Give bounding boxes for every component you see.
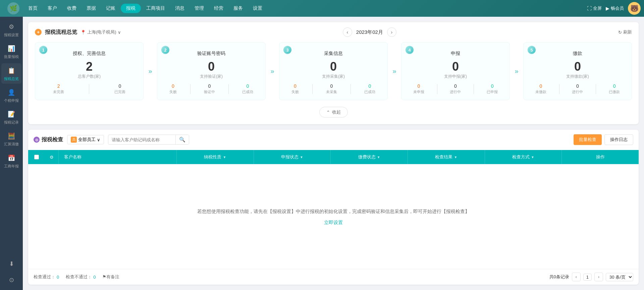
employee-select[interactable]: 员 全部员工 ∨	[67, 135, 104, 144]
batch-check-btn[interactable]: 批量检查	[574, 134, 602, 145]
step-title-3: 采集信息	[285, 48, 382, 57]
tax-record-icon: 📝	[7, 110, 16, 119]
refresh-btn[interactable]: ↻ 刷新	[618, 29, 632, 35]
note-label: ⚑有备注	[102, 274, 119, 280]
current-page: 1	[583, 274, 592, 281]
stat-value-4-2: 0	[491, 83, 494, 89]
location-pin-icon: 📍	[80, 30, 86, 35]
pass-value[interactable]: 0	[57, 275, 59, 280]
step-card-5: 5 缴款 0 支持缴款(家) 0 未缴款 0 进行中	[523, 42, 632, 100]
annual-report-icon: 📅	[7, 153, 16, 163]
stat-label-4-1: 进行中	[450, 89, 461, 94]
prev-month-btn[interactable]: ‹	[343, 27, 352, 37]
logo-icon: 🌿	[7, 2, 19, 14]
search-button[interactable]: 🔍	[175, 135, 189, 144]
sidebar-item-tax-record[interactable]: 📝 报税记录	[1, 107, 21, 127]
operation-log-btn[interactable]: 操作日志	[604, 134, 633, 145]
step-number-1: 1	[39, 46, 47, 54]
sidebar-item-personal-tax[interactable]: 👤 个税申报	[1, 85, 21, 105]
fail-label: 检查不通过：	[66, 274, 92, 280]
th-pay-status[interactable]: 缴费状态 ▼	[330, 150, 408, 164]
th-settings[interactable]: ⚙	[45, 150, 58, 164]
nav-item-message[interactable]: 消息	[170, 3, 189, 13]
stat-item-4-0: 0 未申报	[413, 83, 424, 94]
nav-item-bookkeeping[interactable]: 记账	[101, 3, 120, 13]
per-page-select[interactable]: 30 条/页	[606, 273, 633, 281]
sidebar-item-annual-report[interactable]: 📅 工商年报	[1, 151, 21, 171]
tax-check-card: ◎ 报税检查 员 全部员工 ∨ 🔍 批量检查 操作日志	[28, 130, 639, 285]
sidebar-item-location[interactable]: ⊙	[1, 273, 21, 287]
stat-divider-4-0	[437, 84, 437, 94]
nav-item-settings[interactable]: 设置	[248, 3, 267, 13]
table-container: ⚙ 客户名称 纳税性质 ▼ 申报状态 ▼ 缴费状态 ▼	[28, 150, 639, 285]
stat-divider	[89, 84, 89, 94]
step-subtitle-2: 支持验证(家)	[163, 74, 260, 79]
th-tax-type[interactable]: 纳税性质 ▼	[176, 150, 254, 164]
first-page-btn[interactable]: ‹	[572, 273, 581, 281]
header-checkbox[interactable]	[34, 155, 39, 159]
th-check-result[interactable]: 检查结果 ▼	[408, 150, 485, 164]
filter-icon-4: ▼	[454, 155, 457, 159]
next-page-btn[interactable]: ›	[594, 273, 603, 281]
filter-icon-1: ▼	[223, 155, 226, 159]
nav-item-commerce[interactable]: 工商项目	[142, 3, 170, 13]
nav-item-invoice[interactable]: 票据	[82, 3, 101, 13]
overview-card: + 报税流程总览 📍 上海(电子税局) ∨ ‹ 2023年02月 › ↻	[28, 22, 639, 124]
stat-label-5-1: 进行中	[572, 89, 583, 94]
member-label: 畅会员	[611, 5, 624, 11]
sidebar-item-tax-settings[interactable]: ⚙ 报税设置	[1, 19, 21, 40]
setup-link[interactable]: 立即设置	[324, 220, 343, 226]
step-number-3: 3	[283, 46, 291, 54]
member-btn[interactable]: ▶ 畅会员	[606, 5, 624, 11]
nav-item-home[interactable]: 首页	[23, 3, 42, 13]
step-title-5: 缴款	[529, 48, 626, 57]
refresh-label: 刷新	[623, 29, 632, 35]
stat-divider-5-1	[596, 84, 596, 94]
mascot[interactable]: 🐻	[628, 2, 641, 15]
step-count-4: 0	[407, 59, 504, 74]
nav-item-tax[interactable]: 报税	[121, 4, 141, 13]
step-stats-5: 0 未缴款 0 进行中 0 已缴款	[529, 83, 626, 94]
collapse-btn[interactable]: ⌃ 收起	[319, 107, 348, 118]
step-title-4: 申报	[407, 48, 504, 57]
stat-item-5-1: 0 进行中	[572, 83, 583, 94]
stat-value-3-0: 0	[294, 83, 297, 89]
step-stats-3: 0 失败 0 未采集 0 已成功	[285, 83, 382, 94]
nav-item-fee[interactable]: 收费	[62, 3, 81, 13]
table-footer: 检查通过： 0 检查不通过： 0 ⚑有备注 共0条记录 ‹ 1 ›	[28, 269, 639, 285]
nav-item-operation[interactable]: 经营	[209, 3, 228, 13]
fullscreen-btn[interactable]: ⛶ 全屏	[587, 5, 602, 11]
stat-label-5-2: 已缴款	[609, 89, 620, 94]
th-client-name-text: 客户名称	[64, 154, 82, 160]
step-number-2: 2	[161, 46, 169, 54]
sidebar-bottom: ⬇ ⊙	[1, 257, 21, 287]
step-subtitle-1: 总客户数(家)	[41, 74, 138, 79]
th-pay-status-text: 缴费状态	[358, 154, 376, 160]
search-input[interactable]	[108, 136, 175, 144]
fail-value[interactable]: 0	[93, 275, 96, 280]
stat-value-5-1: 0	[576, 83, 579, 89]
nav-item-manage[interactable]: 管理	[190, 3, 209, 13]
sidebar-item-download[interactable]: ⬇	[1, 257, 21, 271]
tax-check-header: ◎ 报税检查 员 全部员工 ∨ 🔍 批量检查 操作日志	[28, 130, 639, 150]
location-badge[interactable]: 📍 上海(电子税局) ∨	[80, 29, 121, 35]
sidebar-item-tax-overview[interactable]: 📋 报税总览	[1, 63, 21, 84]
step-title-2: 验证账号密码	[163, 48, 260, 57]
next-month-btn[interactable]: ›	[387, 27, 396, 37]
pass-label: 检查通过：	[34, 274, 55, 280]
sidebar-item-batch-tax[interactable]: 📊 批量报税	[1, 41, 21, 62]
stat-item-2-1: 0 验证中	[204, 83, 215, 94]
th-check-method[interactable]: 检查方式 ▼	[485, 150, 562, 164]
nav-item-client[interactable]: 客户	[43, 3, 62, 13]
step-card-3: 3 采集信息 0 支持采集(家) 0 失败 0 未采集	[279, 42, 388, 100]
sidebar-item-annual-settle[interactable]: 🧮 汇算清缴	[1, 129, 21, 149]
sidebar-label-batch-tax: 批量报税	[4, 54, 19, 59]
nav-item-service[interactable]: 服务	[229, 3, 248, 13]
th-declare-status[interactable]: 申报状态 ▼	[254, 150, 331, 164]
stat-item-3-2: 0 已成功	[364, 83, 375, 94]
stat-label-2-1: 验证中	[204, 89, 215, 94]
check-title-text: 报税检查	[42, 136, 63, 143]
step-arrow-4: »	[510, 42, 523, 100]
stat-value-5-0: 0	[539, 83, 542, 89]
search-box: 🔍	[108, 135, 189, 145]
